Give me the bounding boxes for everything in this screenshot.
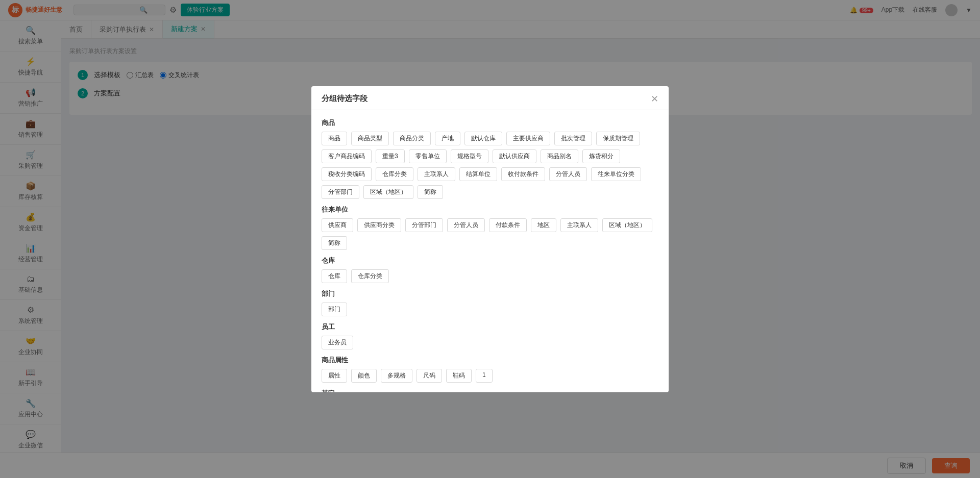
field-tag-0-16[interactable]: 仓库分类 [376,167,413,181]
modal-close-button[interactable]: ✕ [651,93,658,105]
modal-body[interactable]: 商品商品商品类型商品分类产地默认仓库主要供应商批次管理保质期管理客户商品编码重量… [311,110,669,392]
fields-grid-1: 供应商供应商分类分管部门分管人员付款条件地区主联系人区域（地区）简称 [322,218,658,250]
field-tag-1-5[interactable]: 地区 [531,218,556,232]
section-title-4: 员工 [322,322,658,332]
modal-header: 分组待选字段 ✕ [311,86,669,110]
field-tag-5-3[interactable]: 尺码 [416,369,442,383]
field-tag-0-1[interactable]: 商品类型 [351,132,389,145]
field-tag-1-4[interactable]: 付款条件 [489,218,527,232]
field-tag-0-20[interactable]: 分管人员 [549,167,587,181]
field-tag-1-1[interactable]: 供应商分类 [357,218,401,232]
field-tag-0-14[interactable]: 炼货积分 [582,149,620,163]
field-tag-1-3[interactable]: 分管人员 [447,218,485,232]
field-tag-0-23[interactable]: 区域（地区） [363,185,413,199]
modal-title: 分组待选字段 [322,94,368,104]
field-tag-0-6[interactable]: 批次管理 [554,132,592,145]
field-tag-5-1[interactable]: 颜色 [351,369,377,383]
field-tag-1-8[interactable]: 简称 [322,236,347,250]
field-tag-0-19[interactable]: 收付款条件 [501,167,545,181]
field-tag-1-7[interactable]: 区域（地区） [602,218,652,232]
field-tag-3-0[interactable]: 部门 [322,303,347,316]
section-title-5: 商品属性 [322,356,658,365]
fields-grid-3: 部门 [322,303,658,316]
field-tag-4-0[interactable]: 业务员 [322,336,353,349]
field-selection-modal: 分组待选字段 ✕ 商品商品商品类型商品分类产地默认仓库主要供应商批次管理保质期管… [311,86,669,392]
field-tag-0-8[interactable]: 客户商品编码 [322,149,372,163]
field-tag-0-10[interactable]: 零售单位 [409,149,447,163]
section-title-0: 商品 [322,118,658,128]
section-title-3: 部门 [322,289,658,298]
fields-grid-4: 业务员 [322,336,658,349]
field-tag-5-2[interactable]: 多规格 [381,369,412,383]
field-tag-0-17[interactable]: 主联系人 [418,167,455,181]
field-tag-0-4[interactable]: 默认仓库 [464,132,502,145]
field-tag-0-22[interactable]: 分管部门 [322,185,359,199]
field-tag-0-11[interactable]: 规格型号 [451,149,488,163]
modal-overlay: 分组待选字段 ✕ 商品商品商品类型商品分类产地默认仓库主要供应商批次管理保质期管… [0,0,980,478]
section-title-1: 往来单位 [322,205,658,214]
field-tag-0-24[interactable]: 简称 [418,185,443,199]
field-tag-1-0[interactable]: 供应商 [322,218,353,232]
field-tag-0-9[interactable]: 重量3 [376,149,405,163]
field-tag-0-12[interactable]: 默认供应商 [493,149,536,163]
field-tag-2-0[interactable]: 仓库 [322,269,347,283]
fields-grid-2: 仓库仓库分类 [322,269,658,283]
field-tag-5-5[interactable]: 1 [476,369,493,383]
fields-grid-5: 属性颜色多规格尺码鞋码1 [322,369,658,383]
field-tag-0-18[interactable]: 结算单位 [459,167,497,181]
field-tag-0-5[interactable]: 主要供应商 [506,132,550,145]
section-title-2: 仓库 [322,256,658,265]
field-tag-0-0[interactable]: 商品 [322,132,347,145]
field-tag-5-4[interactable]: 鞋码 [446,369,472,383]
field-tag-1-6[interactable]: 主联系人 [560,218,598,232]
fields-grid-0: 商品商品类型商品分类产地默认仓库主要供应商批次管理保质期管理客户商品编码重量3零… [322,132,658,199]
field-tag-0-21[interactable]: 往来单位分类 [591,167,641,181]
field-tag-1-2[interactable]: 分管部门 [405,218,443,232]
field-tag-0-2[interactable]: 商品分类 [393,132,431,145]
field-tag-0-15[interactable]: 税收分类编码 [322,167,372,181]
field-tag-0-3[interactable]: 产地 [435,132,460,145]
field-tag-2-1[interactable]: 仓库分类 [351,269,389,283]
field-tag-0-13[interactable]: 商品别名 [541,149,578,163]
field-tag-0-7[interactable]: 保质期管理 [596,132,640,145]
section-title-6: 其它 [322,389,658,392]
field-tag-5-0[interactable]: 属性 [322,369,347,383]
